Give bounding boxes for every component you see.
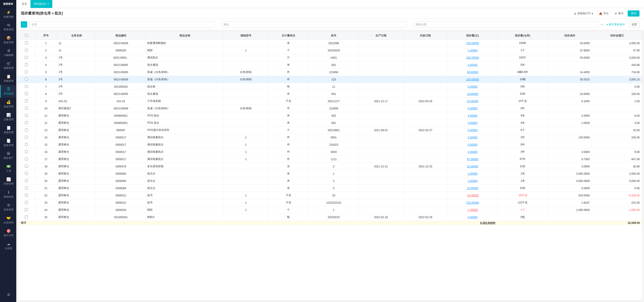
row-checkbox-cell[interactable] — [18, 214, 35, 221]
row-checkbox[interactable] — [25, 107, 28, 110]
row-checkbox[interactable] — [25, 78, 28, 81]
row-amount: 10.00 — [592, 127, 642, 134]
row-checkbox-cell[interactable] — [18, 192, 35, 199]
row-checkbox-cell[interactable] — [18, 98, 35, 105]
row-checkbox[interactable] — [25, 172, 28, 175]
row-checkbox[interactable] — [25, 42, 28, 44]
sidebar-item-企业协同[interactable]: 🤝 企业协同 — [0, 214, 16, 227]
sidebar-item-零售管理[interactable]: 🛍 零售管理 — [0, 21, 16, 34]
row-checkbox-cell[interactable] — [18, 47, 35, 54]
row-checkbox[interactable] — [25, 165, 28, 168]
row-checkbox[interactable] — [25, 128, 28, 131]
row-checkbox[interactable] — [25, 143, 28, 146]
row-checkbox[interactable] — [25, 201, 28, 204]
row-checkbox-cell[interactable] — [18, 127, 35, 134]
row-checkbox-cell[interactable] — [18, 40, 35, 47]
filter-arrow-button[interactable]: › — [21, 21, 27, 28]
row-amount — [592, 105, 642, 112]
row-checkbox[interactable] — [25, 215, 28, 218]
row-checkbox-cell[interactable] — [18, 105, 35, 112]
row-unit: 件 — [268, 148, 308, 156]
category-filter[interactable]: 商品分类 — [414, 21, 599, 28]
sidebar-item-云应用[interactable]: ☁ 云应用 — [0, 239, 16, 252]
row-checkbox[interactable] — [25, 85, 28, 88]
row-checkbox-cell[interactable] — [18, 156, 35, 163]
sidebar-item-发票管理[interactable]: 🧾 发票管理 — [0, 123, 16, 136]
query-button[interactable]: 查询 — [628, 11, 640, 17]
row-proddate — [359, 170, 403, 177]
sidebar-item-采购管理[interactable]: 📋 采购管理 — [0, 72, 16, 85]
sidebar-item-基础信息[interactable]: ℹ 基础信息 — [0, 188, 16, 201]
sidebar-item-工资[interactable]: 💵 工资 — [0, 162, 16, 175]
row-warehouse: 1号 — [57, 76, 96, 83]
asset-icon: 🏛 — [7, 152, 10, 156]
display-button[interactable]: 👁 显示 — [613, 11, 626, 16]
sidebar-item-系统管理[interactable]: ⚙ 系统管理 — [0, 201, 16, 214]
row-code: 0000017 — [96, 141, 146, 148]
row-checkbox[interactable] — [25, 179, 28, 182]
sidebar-item-总账管理[interactable]: 📊 总账管理 — [0, 111, 16, 123]
row-checkbox-cell[interactable] — [18, 177, 35, 185]
row-amount: 8.00 — [592, 112, 642, 119]
print-button[interactable]: 🖨 按模板打印 ▾ — [572, 11, 595, 16]
row-checkbox[interactable] — [25, 121, 28, 124]
sidebar-item-固定资产[interactable]: 🏛 固定资产 — [0, 149, 16, 162]
row-checkbox[interactable] — [25, 56, 28, 59]
tab-inventory-batch[interactable]: 库存批次▾ ✕ — [30, 0, 52, 8]
row-spec — [224, 127, 268, 134]
row-checkbox-cell[interactable] — [18, 112, 35, 119]
row-checkbox-cell[interactable] — [18, 185, 35, 192]
row-checkbox[interactable] — [25, 150, 28, 153]
row-qty-store: 1米 — [498, 177, 548, 185]
row-no: 10 — [35, 105, 57, 112]
tab-close-button[interactable]: ✕ — [47, 3, 49, 5]
row-checkbox[interactable] — [25, 49, 28, 52]
warehouse-filter[interactable]: 仓库 — [30, 21, 215, 28]
sidebar-item-库存核查[interactable]: 🗄 库存核查 — [0, 85, 16, 98]
row-checkbox[interactable] — [25, 92, 28, 95]
sidebar-item-批发管理[interactable]: 📦 批发管理 — [0, 34, 16, 46]
row-checkbox-cell[interactable] — [18, 90, 35, 98]
row-checkbox[interactable] — [25, 187, 28, 189]
row-checkbox-cell[interactable] — [18, 134, 35, 141]
row-checkbox[interactable] — [25, 158, 28, 161]
row-code: 001000031 — [96, 214, 146, 221]
goods-filter[interactable]: 商品 — [222, 21, 407, 28]
row-checkbox-cell[interactable] — [18, 76, 35, 83]
row-checkbox-cell[interactable] — [18, 199, 35, 206]
row-checkbox-cell[interactable] — [18, 61, 35, 69]
sidebar-item-小触电商[interactable]: 🖥 小触电商 — [0, 46, 16, 59]
row-checkbox[interactable] — [25, 136, 28, 139]
sidebar-item-税务管理[interactable]: 📑 税务管理 — [0, 136, 16, 149]
row-cost: 20.0000 — [548, 40, 592, 47]
sidebar-item-资金管理[interactable]: 💰 资金管理 — [0, 98, 16, 111]
row-checkbox[interactable] — [25, 114, 28, 117]
export-button[interactable]: 📤 导出 — [597, 11, 610, 16]
sidebar-settings[interactable]: ⚙ — [0, 290, 16, 300]
tab-home[interactable]: 首页 — [18, 0, 30, 8]
sidebar-item-经营管理[interactable]: 📈 经营管理 — [0, 175, 16, 188]
sidebar-item-快捷导航[interactable]: ⚡ 快捷导航 — [0, 8, 16, 21]
sidebar-logo[interactable]: 搜索菜单 — [0, 0, 16, 8]
sidebar-item-新手引导[interactable]: 🎯 新手引导 — [0, 227, 16, 239]
row-checkbox[interactable] — [25, 208, 28, 211]
row-checkbox[interactable] — [25, 63, 28, 66]
row-checkbox[interactable] — [25, 194, 28, 197]
row-checkbox-cell[interactable] — [18, 54, 35, 61]
row-checkbox-cell[interactable] — [18, 163, 35, 170]
row-checkbox[interactable] — [25, 70, 28, 73]
expand-more-button[interactable]: ▾ 展开更多条件 — [605, 22, 627, 27]
row-qty-main[interactable]: -16.00000 — [448, 192, 498, 199]
row-checkbox-cell[interactable] — [18, 170, 35, 177]
row-checkbox-cell[interactable] — [18, 69, 35, 76]
row-checkbox-cell[interactable] — [18, 83, 35, 90]
row-checkbox-cell[interactable] — [18, 119, 35, 127]
set-button[interactable]: 设置 — [629, 22, 640, 28]
select-all-checkbox[interactable] — [25, 34, 28, 37]
row-checkbox-cell[interactable] — [18, 141, 35, 148]
row-qty-main[interactable]: -1.00000 — [448, 206, 498, 214]
row-checkbox-cell[interactable] — [18, 148, 35, 156]
row-checkbox[interactable] — [25, 99, 28, 102]
sidebar-item-电商管理[interactable]: 🛒 电商管理 — [0, 59, 16, 72]
row-checkbox-cell[interactable] — [18, 206, 35, 214]
